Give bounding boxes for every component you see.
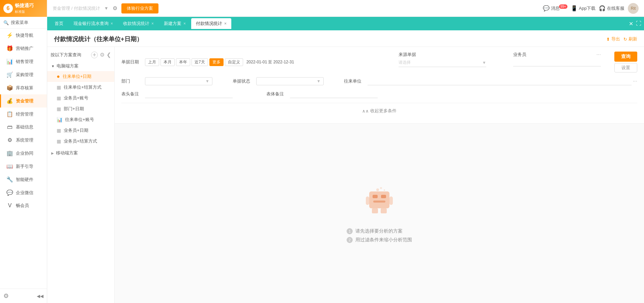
date-this-month[interactable]: 本月 xyxy=(160,58,175,66)
date-last-7days[interactable]: 近7天 xyxy=(192,58,208,66)
empty-tip-1: 1 请先选择要分析的方案 xyxy=(347,228,412,234)
tab-payment-close[interactable]: × xyxy=(224,21,227,26)
close-all-tabs-icon[interactable]: ✕ xyxy=(629,21,633,27)
sidebar-item-quick-nav[interactable]: ⚡ 快捷导航 xyxy=(0,29,47,42)
mobile-scheme-group[interactable]: ▶ 移动端方案 xyxy=(47,148,114,158)
date-more[interactable]: 更多 xyxy=(209,58,224,66)
scheme-unit-account[interactable]: 📊 往来单位+账号 xyxy=(47,114,114,125)
tip-1-text: 请先选择要分析的方案 xyxy=(355,228,403,234)
purchase-icon: 🛒 xyxy=(6,71,13,78)
add-scheme-icon[interactable]: + xyxy=(91,52,98,58)
mobile-arrow-icon: ▶ xyxy=(51,151,54,155)
body-note-input[interactable] xyxy=(290,90,378,98)
panel-header: 按以下方案查询 + ⚙ ❮ xyxy=(47,50,114,61)
date-last-month[interactable]: 上月 xyxy=(145,58,159,66)
tab-bank[interactable]: 现金银行流水查询 × xyxy=(69,18,118,29)
sidebar-item-label: 经营管理 xyxy=(16,111,33,117)
refresh-icon: ↻ xyxy=(623,37,627,42)
page-header: 付款情况统计（往来单位+日期） ⬆ 导出 ↻ 刷新 xyxy=(47,30,644,47)
source-filter: 来源单据 请选择 ▼ xyxy=(399,52,486,67)
sidebar-item-finance[interactable]: 💰 资金管理 xyxy=(0,94,47,108)
panel-collapse-icon[interactable]: ❮ xyxy=(107,52,111,58)
sidebar-item-guide[interactable]: 📖 新手引导 xyxy=(0,160,47,173)
system-icon: ⚙ xyxy=(6,137,13,143)
refresh-button[interactable]: ↻ 刷新 xyxy=(623,36,637,42)
breadcrumb: 资金管理 / 付款情况统计 xyxy=(53,5,100,11)
desktop-arrow-icon: ▼ xyxy=(51,64,55,68)
sidebar-item-purchase[interactable]: 🛒 采购管理 xyxy=(0,68,47,81)
sidebar-item-label: 智能硬件 xyxy=(16,177,33,183)
tab-receipt[interactable]: 收款情况统计 × xyxy=(118,18,158,29)
tab-payment[interactable]: 付款情况统计 × xyxy=(191,18,231,29)
results-area: 1 请先选择要分析的方案 2 用过滤条件来缩小分析范围 xyxy=(115,124,644,303)
status-select[interactable]: ▼ xyxy=(256,77,324,85)
header-note-input[interactable] xyxy=(145,90,233,98)
query-button[interactable]: 查询 xyxy=(614,52,637,62)
tip-2-text: 用过滤条件来缩小分析范围 xyxy=(355,237,412,243)
app-download-btn[interactable]: 📱 App下载 xyxy=(571,5,595,11)
settings-bottom-icon[interactable]: ⚙ xyxy=(3,292,9,300)
collapse-section: ∧∧ 收起更多条件 xyxy=(121,103,637,119)
scheme-salesman-settle[interactable]: ▦ 业务员+结算方式 xyxy=(47,136,114,147)
tab-new-scheme[interactable]: 新建方案 × xyxy=(159,18,191,29)
sidebar-item-weixin[interactable]: 💬 企业微信 xyxy=(0,186,47,199)
collapse-button[interactable]: ∧∧ 收起更多条件 xyxy=(362,106,397,116)
tab-home-label: 首页 xyxy=(55,21,63,27)
sidebar-item-sales[interactable]: 📊 销售管理 xyxy=(0,55,47,68)
sidebar-item-operation[interactable]: 📋 经营管理 xyxy=(0,108,47,121)
export-button[interactable]: ⬆ 导出 xyxy=(606,36,620,42)
sidebar-item-vip[interactable]: V 畅会员 xyxy=(0,199,47,212)
status-chevron-icon: ▼ xyxy=(317,79,321,84)
unit-input[interactable] xyxy=(368,77,632,85)
message-btn[interactable]: 💬 消息 99+ xyxy=(543,5,567,11)
date-this-year[interactable]: 本年 xyxy=(176,58,190,66)
dropdown-arrow-icon[interactable]: ▼ xyxy=(104,6,109,11)
tab-new-scheme-close[interactable]: × xyxy=(183,21,186,26)
date-label: 单据日期 xyxy=(121,59,145,65)
gear-icon[interactable]: ⚙ xyxy=(113,5,117,11)
scheme-salesman-date[interactable]: ▦ 业务员+日期 xyxy=(47,125,114,136)
desktop-group-title[interactable]: ▼ 电脑端方案 xyxy=(47,61,114,71)
sidebar-item-label: 基础信息 xyxy=(16,124,33,130)
avatar[interactable]: Rit xyxy=(628,3,639,14)
online-service-btn[interactable]: 🎧 在线客服 xyxy=(599,5,624,11)
sidebar-item-marketing[interactable]: 🎁 营销推广 xyxy=(0,42,47,55)
desktop-scheme-group: ▼ 电脑端方案 ● 往来单位+日期 ▦ 往来单位+结算方式 ▦ 业务员+账号 ▦ xyxy=(47,61,114,147)
scheme-unit-settle[interactable]: ▦ 往来单位+结算方式 xyxy=(47,82,114,93)
maximize-icon[interactable]: ⛶ xyxy=(636,21,641,27)
search-label: 搜索菜单 xyxy=(11,20,28,26)
sidebar-item-basic[interactable]: 🗃 基础信息 xyxy=(0,121,47,133)
svg-point-10 xyxy=(384,189,385,191)
sidebar-item-hardware[interactable]: 🔧 智能硬件 xyxy=(0,173,47,186)
sidebar-item-system[interactable]: ⚙ 系统管理 xyxy=(0,133,47,147)
unit-dots[interactable]: ··· xyxy=(633,78,637,84)
search-menu[interactable]: 🔍 搜索菜单 xyxy=(0,17,47,29)
search-icon: 🔍 xyxy=(3,20,9,25)
salesman-dots[interactable]: ··· xyxy=(596,52,601,58)
dept-select[interactable]: ▼ xyxy=(145,77,212,85)
unit-label: 往来单位 xyxy=(344,78,368,84)
sidebar-item-inventory[interactable]: 📦 库存核算 xyxy=(0,81,47,94)
tab-receipt-close[interactable]: × xyxy=(151,21,154,26)
collapse-sidebar-icon[interactable]: ◀◀ xyxy=(37,294,43,299)
svg-rect-2 xyxy=(381,195,386,198)
scheme-salesman-account[interactable]: ▦ 业务员+账号 xyxy=(47,93,114,103)
tab-home[interactable]: 首页 xyxy=(50,18,68,29)
svg-point-8 xyxy=(376,188,379,191)
trial-button[interactable]: 体验行业方案 xyxy=(121,3,158,13)
weixin-icon: 💬 xyxy=(6,189,13,196)
app-icon: 📱 xyxy=(571,5,578,11)
tabs-controls: ✕ ⛶ xyxy=(629,21,641,27)
scheme-dept-date[interactable]: ▦ 部门+日期 xyxy=(47,103,114,114)
source-select[interactable]: 请选择 ▼ xyxy=(399,58,486,67)
date-custom[interactable]: 自定义 xyxy=(225,58,243,66)
svg-rect-0 xyxy=(369,191,389,208)
query-btn-group: 查询 设置 xyxy=(614,52,637,72)
sidebar-item-label: 库存核算 xyxy=(16,85,33,91)
sidebar-item-enterprise[interactable]: 🏢 企业协同 xyxy=(0,147,47,160)
tab-bank-close[interactable]: × xyxy=(111,21,113,26)
scheme-settings-icon[interactable]: ⚙ xyxy=(100,52,105,58)
scheme-unit-date[interactable]: ● 往来单位+日期 xyxy=(47,71,114,82)
salesman-input[interactable] xyxy=(513,58,601,66)
settings-button[interactable]: 设置 xyxy=(614,63,637,72)
